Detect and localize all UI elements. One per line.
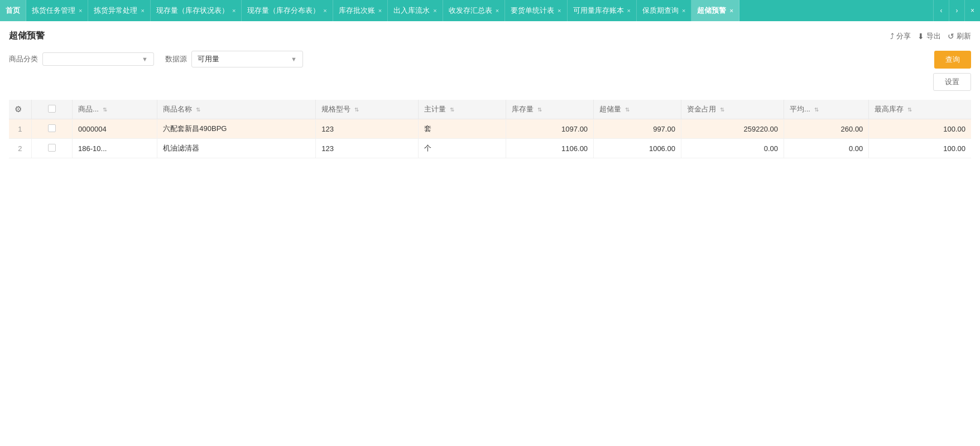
row-product-code: 186-10...	[73, 139, 157, 158]
share-button[interactable]: ⤴ 分享	[890, 31, 911, 41]
th-avg[interactable]: 平均... ⇅	[784, 100, 869, 119]
close-order-stat-icon[interactable]: ×	[558, 7, 561, 14]
refresh-label: 刷新	[957, 31, 971, 41]
nav-tab-stock-status[interactable]: 现存量（库存状况表） ×	[151, 0, 242, 21]
row-avg: 260.00	[784, 119, 869, 139]
row-num: 2	[9, 139, 31, 158]
category-chevron-icon: ▼	[142, 56, 148, 62]
row-product-code: 0000004	[73, 119, 157, 139]
row-stock: 1106.00	[506, 139, 594, 158]
row-unit: 套	[419, 119, 506, 139]
nav-tab-overstock-label: 超储预警	[697, 6, 726, 16]
row-checkbox-cell[interactable]	[31, 119, 73, 139]
close-stock-status-icon[interactable]: ×	[232, 7, 236, 14]
th-checkbox[interactable]	[31, 100, 73, 119]
datasource-select-value: 可用量	[198, 54, 219, 64]
sort-avg-icon: ⇅	[814, 106, 819, 113]
nav-tab-order-stat-label: 要货单统计表	[511, 6, 554, 16]
header-actions: ⤴ 分享 ⬇ 导出 ↺ 刷新	[890, 31, 971, 41]
close-quality-icon[interactable]: ×	[682, 7, 685, 14]
th-capital-label: 资金占用	[687, 105, 716, 113]
th-stock[interactable]: 库存量 ⇅	[506, 100, 594, 119]
th-settings[interactable]: ⚙	[9, 100, 31, 119]
nav-tab-collect[interactable]: 收发存汇总表 ×	[443, 0, 505, 21]
category-filter: 商品分类 ▼	[9, 52, 154, 66]
row-checkbox[interactable]	[48, 144, 56, 152]
sort-unit-icon: ⇅	[450, 106, 454, 113]
sort-spec-icon: ⇅	[354, 106, 359, 113]
row-overstock: 997.00	[594, 119, 681, 139]
close-task-icon[interactable]: ×	[79, 7, 82, 14]
page-header: 超储预警 ⤴ 分享 ⬇ 导出 ↺ 刷新	[9, 30, 971, 42]
nav-tab-home[interactable]: 首页	[0, 0, 26, 21]
th-product-code[interactable]: 商品... ⇅	[73, 100, 157, 119]
close-batch-icon[interactable]: ×	[378, 7, 382, 14]
nav-tab-quality-label: 保质期查询	[642, 6, 679, 16]
close-avail-stock-icon[interactable]: ×	[627, 7, 631, 14]
share-label: 分享	[896, 31, 911, 41]
category-select[interactable]: ▼	[42, 52, 154, 66]
nav-tab-order-stat[interactable]: 要货单统计表 ×	[505, 0, 567, 21]
th-product-name[interactable]: 商品名称 ⇅	[157, 100, 316, 119]
nav-tab-batch[interactable]: 库存批次账 ×	[333, 0, 388, 21]
export-label: 导出	[926, 31, 941, 41]
th-max-stock[interactable]: 最高库存 ⇅	[869, 100, 971, 119]
nav-next-button[interactable]: ›	[949, 0, 964, 21]
close-abnormal-icon[interactable]: ×	[141, 7, 144, 14]
nav-tab-abnormal-label: 拣货异常处理	[94, 6, 137, 16]
th-unit-label: 主计量	[424, 105, 446, 113]
close-overstock-icon[interactable]: ×	[729, 7, 733, 14]
select-all-checkbox[interactable]	[48, 105, 56, 113]
nav-close-button[interactable]: ×	[964, 0, 980, 21]
sort-product-code-icon: ⇅	[103, 106, 107, 113]
row-product-name: 机油滤清器	[157, 139, 316, 158]
row-stock: 1097.00	[506, 119, 594, 139]
row-overstock: 1006.00	[594, 139, 681, 158]
th-unit[interactable]: 主计量 ⇅	[419, 100, 506, 119]
row-avg: 0.00	[784, 139, 869, 158]
table-row: 1 0000004 六配套新昌490BPG 123 套 1097.00 997.…	[9, 119, 971, 139]
datasource-filter: 数据源 可用量 ▼	[165, 51, 303, 67]
row-checkbox[interactable]	[48, 124, 56, 132]
setting-button[interactable]: 设置	[933, 73, 971, 91]
nav-tab-stock-dist[interactable]: 现存量（库存分布表） ×	[242, 0, 333, 21]
close-stock-dist-icon[interactable]: ×	[323, 7, 326, 14]
datasource-label: 数据源	[165, 54, 187, 64]
th-product-name-label: 商品名称	[163, 105, 192, 113]
row-checkbox-cell[interactable]	[31, 139, 73, 158]
datasource-select[interactable]: 可用量 ▼	[191, 51, 303, 67]
nav-tab-inout-label: 出入库流水	[393, 6, 430, 16]
th-overstock[interactable]: 超储量 ⇅	[594, 100, 681, 119]
th-spec[interactable]: 规格型号 ⇅	[316, 100, 419, 119]
th-stock-label: 库存量	[512, 105, 534, 113]
sort-product-name-icon: ⇅	[196, 106, 200, 113]
nav-tab-task[interactable]: 拣货任务管理 ×	[26, 0, 88, 21]
row-num: 1	[9, 119, 31, 139]
nav-tab-inout[interactable]: 出入库流水 ×	[388, 0, 443, 21]
nav-tab-overstock[interactable]: 超储预警 ×	[691, 0, 739, 21]
nav-prev-button[interactable]: ‹	[933, 0, 949, 21]
th-capital[interactable]: 资金占用 ⇅	[681, 100, 784, 119]
sort-max-stock-icon: ⇅	[907, 106, 912, 113]
row-capital: 259220.00	[681, 119, 784, 139]
nav-arrows: ‹ › ×	[933, 0, 980, 21]
close-collect-icon[interactable]: ×	[496, 7, 499, 14]
nav-tab-quality[interactable]: 保质期查询 ×	[637, 0, 691, 21]
table-header: ⚙ 商品... ⇅ 商品名称 ⇅ 规格型号 ⇅ 主计量	[9, 100, 971, 119]
page-container: 超储预警 ⤴ 分享 ⬇ 导出 ↺ 刷新 商品分类	[0, 21, 980, 446]
refresh-button[interactable]: ↺ 刷新	[948, 31, 971, 41]
export-button[interactable]: ⬇ 导出	[917, 31, 941, 41]
row-max-stock: 100.00	[869, 139, 971, 158]
sort-capital-icon: ⇅	[720, 106, 724, 113]
nav-tab-avail-stock[interactable]: 可用量库存账本 ×	[568, 0, 637, 21]
th-max-stock-label: 最高库存	[875, 105, 904, 113]
th-avg-label: 平均...	[790, 105, 810, 113]
nav-tab-task-label: 拣货任务管理	[32, 6, 75, 16]
query-button[interactable]: 查询	[934, 51, 971, 69]
close-inout-icon[interactable]: ×	[433, 7, 436, 14]
export-icon: ⬇	[917, 32, 924, 41]
nav-tab-abnormal[interactable]: 拣货异常处理 ×	[88, 0, 150, 21]
th-overstock-label: 超储量	[599, 105, 621, 113]
settings-gear-icon[interactable]: ⚙	[15, 104, 22, 114]
nav-tab-collect-label: 收发存汇总表	[449, 6, 492, 16]
